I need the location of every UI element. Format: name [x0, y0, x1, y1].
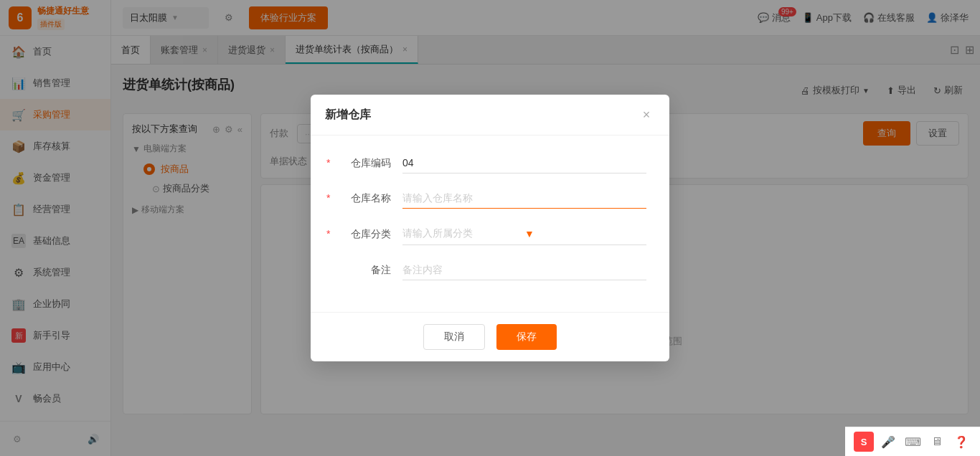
s-icon-btn[interactable]: S	[854, 432, 874, 452]
cancel-button[interactable]: 取消	[423, 324, 485, 350]
remark-label: 备注	[334, 264, 391, 277]
bottom-bar: S 🎤 ⌨ 🖥 ❓	[845, 427, 980, 456]
name-input[interactable]	[402, 188, 646, 209]
help-icon-btn[interactable]: ❓	[951, 432, 971, 452]
keyboard-icon-btn[interactable]: ⌨	[903, 432, 923, 452]
monitor-icon-btn[interactable]: 🖥	[927, 432, 947, 452]
save-button[interactable]: 保存	[496, 324, 557, 350]
modal-close-button[interactable]: ×	[638, 106, 655, 123]
modal-header: 新增仓库 ×	[311, 95, 669, 136]
category-placeholder: 请输入所属分类	[402, 227, 524, 240]
code-label: 仓库编码	[334, 157, 391, 170]
remark-input[interactable]	[402, 260, 646, 280]
form-row-name: 仓库名称	[334, 188, 646, 209]
form-row-code: 仓库编码	[334, 153, 646, 174]
modal-overlay: 新增仓库 × 仓库编码 仓库名称 仓库分类 请输入所属分类 ▼	[0, 0, 980, 456]
form-row-category: 仓库分类 请输入所属分类 ▼	[334, 223, 646, 245]
name-label: 仓库名称	[334, 192, 391, 205]
modal-title: 新增仓库	[325, 108, 371, 123]
category-chevron-icon: ▼	[524, 228, 646, 239]
mic-icon-btn[interactable]: 🎤	[878, 432, 898, 452]
modal-footer: 取消 保存	[311, 312, 669, 361]
form-row-remark: 备注	[334, 260, 646, 280]
code-input[interactable]	[402, 153, 646, 174]
modal-body: 仓库编码 仓库名称 仓库分类 请输入所属分类 ▼ 备注	[311, 136, 669, 312]
category-label: 仓库分类	[334, 228, 391, 241]
category-select[interactable]: 请输入所属分类 ▼	[402, 223, 646, 245]
add-warehouse-modal: 新增仓库 × 仓库编码 仓库名称 仓库分类 请输入所属分类 ▼	[311, 95, 669, 361]
